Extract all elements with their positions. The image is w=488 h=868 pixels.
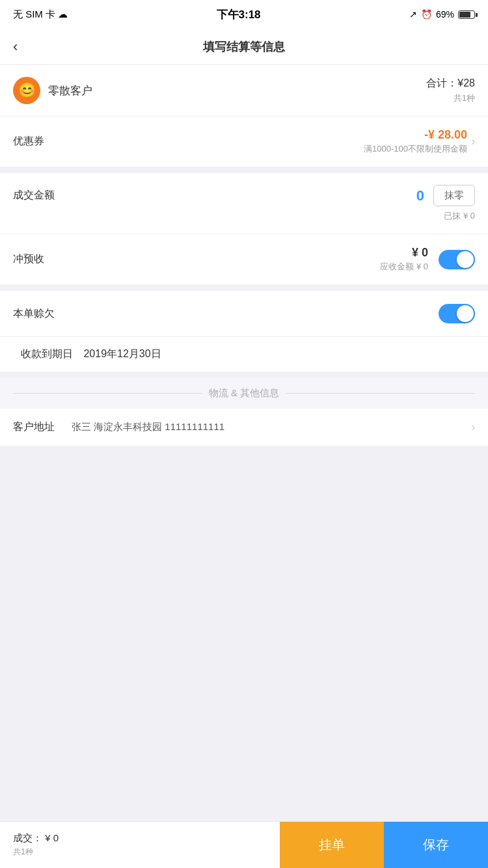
coupon-discount: -¥ 28.00 (364, 128, 467, 142)
credit-toggle[interactable] (439, 304, 475, 323)
due-date-value: 2019年12月30日 (83, 348, 161, 359)
customer-name: 零散客户 (48, 83, 92, 98)
location-icon: ↗ (409, 9, 417, 20)
coupon-row[interactable]: 优惠券 -¥ 28.00 满1000-100不限制使用金额 › (0, 116, 488, 167)
coupon-right: -¥ 28.00 满1000-100不限制使用金额 › (364, 128, 475, 155)
total-label: 合计：¥28 (426, 77, 475, 90)
alarm-icon: ⏰ (421, 9, 432, 20)
address-value: 张三 海淀永丰科技园 11111111111 (72, 421, 471, 433)
divider-line-left (13, 393, 202, 394)
customer-row: 😊 零散客户 合计：¥28 共1种 (0, 65, 488, 116)
credit-row: 本单赊欠 (0, 291, 488, 336)
status-bar: 无 SIM 卡 ☁ 下午3:18 ↗ ⏰ 69% (0, 0, 488, 29)
sim-text: 无 SIM 卡 ☁ (13, 8, 68, 21)
status-left: 无 SIM 卡 ☁ (13, 8, 68, 21)
coupon-value-block: -¥ 28.00 满1000-100不限制使用金额 (364, 128, 467, 155)
customer-avatar: 😊 (13, 77, 40, 104)
coupon-desc: 满1000-100不限制使用金额 (364, 143, 467, 155)
save-button[interactable]: 保存 (384, 822, 488, 869)
battery-icon (458, 10, 475, 19)
address-label: 客户地址 (13, 420, 59, 434)
trade-label: 成交： (13, 832, 42, 843)
customer-section: 😊 零散客户 合计：¥28 共1种 优惠券 -¥ 28.00 满1000-100… (0, 65, 488, 167)
coupon-label: 优惠券 (13, 135, 44, 148)
transaction-label: 成交金额 (13, 189, 55, 202)
transaction-value: 0 (416, 187, 424, 204)
transaction-sub: 已抹 ¥ 0 (13, 210, 475, 222)
transaction-row: 成交金额 0 抹零 已抹 ¥ 0 (0, 173, 488, 234)
logistics-text: 物流 & 其他信息 (209, 387, 279, 400)
due-date-label: 收款到期日 (21, 348, 73, 359)
page-title: 填写结算等信息 (203, 39, 285, 55)
status-time: 下午3:18 (217, 7, 261, 22)
content: 😊 零散客户 合计：¥28 共1种 优惠券 -¥ 28.00 满1000-100… (0, 65, 488, 498)
transaction-top: 成交金额 0 抹零 (13, 185, 475, 206)
credit-section: 本单赊欠 收款到期日 2019年12月30日 (0, 291, 488, 372)
bottom-trade: 成交： ¥ 0 (13, 832, 267, 845)
back-button[interactable]: ‹ (13, 33, 25, 61)
status-right: ↗ ⏰ 69% (409, 9, 475, 20)
total-count: 共1种 (426, 92, 475, 104)
round-button[interactable]: 抹零 (433, 185, 475, 206)
trade-value: ¥ 0 (45, 832, 59, 843)
nav-bar: ‹ 填写结算等信息 (0, 29, 488, 65)
credit-label: 本单赊欠 (13, 307, 55, 321)
prepay-toggle[interactable] (439, 250, 475, 269)
transaction-section: 成交金额 0 抹零 已抹 ¥ 0 冲预收 ¥ 0 应收金额 ¥ 0 (0, 173, 488, 284)
credit-toggle-thumb (457, 305, 474, 322)
address-row[interactable]: 客户地址 张三 海淀永丰科技园 11111111111 › (0, 409, 488, 446)
customer-total: 合计：¥28 共1种 (426, 77, 475, 104)
bottom-count: 共1种 (13, 847, 267, 858)
logistics-divider: 物流 & 其他信息 (0, 378, 488, 409)
pending-button[interactable]: 挂单 (280, 822, 384, 869)
address-chevron-icon: › (471, 420, 475, 434)
bottom-bar: 成交： ¥ 0 共1种 挂单 保存 (0, 821, 488, 868)
divider-line-right (286, 393, 475, 394)
transaction-right: 0 抹零 (416, 185, 475, 206)
prepay-values: ¥ 0 应收金额 ¥ 0 (380, 246, 428, 273)
prepay-amount: ¥ 0 (380, 246, 428, 260)
chevron-right-icon: › (471, 135, 475, 148)
prepay-row: 冲预收 ¥ 0 应收金额 ¥ 0 (0, 234, 488, 284)
battery-percent: 69% (436, 9, 454, 20)
bottom-info: 成交： ¥ 0 共1种 (0, 832, 280, 858)
toggle-thumb (457, 251, 474, 268)
due-date-row: 收款到期日 2019年12月30日 (0, 336, 488, 372)
prepay-label: 冲预收 (13, 252, 44, 266)
customer-left: 😊 零散客户 (13, 77, 92, 104)
prepay-sub: 应收金额 ¥ 0 (380, 261, 428, 273)
prepay-right: ¥ 0 应收金额 ¥ 0 (380, 246, 475, 273)
